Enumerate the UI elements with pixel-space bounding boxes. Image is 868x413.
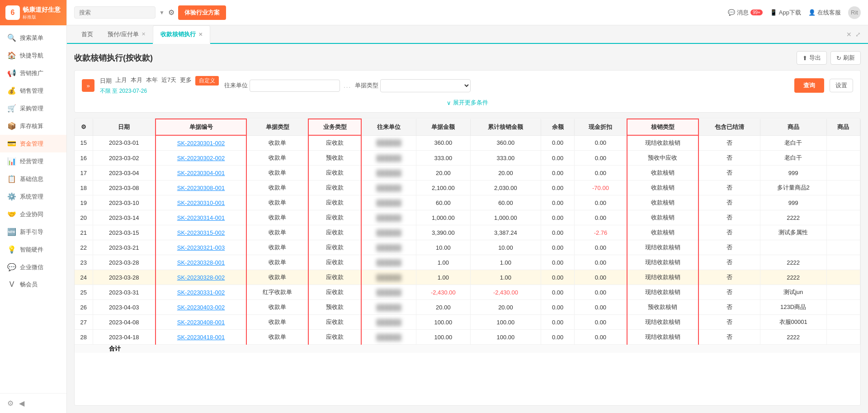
cell-balance: 0.00 (541, 195, 575, 210)
setting-button[interactable]: 设置 (830, 79, 853, 92)
search-input[interactable] (74, 6, 156, 19)
doc-no-link[interactable]: SK-20230408-001 (177, 319, 225, 326)
export-button[interactable]: ⬆ 导出 (797, 51, 827, 65)
app-download-button[interactable]: 📱 App下载 (770, 9, 801, 17)
sidebar-item-purchase[interactable]: 🛒采购管理 (0, 100, 66, 117)
cell-verify-type: 收款核销 (627, 225, 698, 240)
filter-collapse-btn[interactable]: » (82, 79, 94, 92)
party-value: ██████ (376, 304, 401, 311)
cell-verify-type: 收款核销 (627, 166, 698, 180)
sidebar-item-search-menu[interactable]: 🔍搜索菜单 (0, 29, 66, 47)
tab-expand-icon[interactable]: ⤢ (855, 31, 861, 38)
sidebar-item-marketing[interactable]: 📢营销推广 (0, 64, 66, 82)
doc-no-link[interactable]: SK-20230328-001 (177, 259, 225, 266)
doc-no-link[interactable]: SK-20230418-001 (177, 334, 225, 341)
sidebar-item-member[interactable]: V畅会员 (0, 276, 66, 293)
table-row[interactable]: 24 2023-03-28 SK-20230328-002 收款单 应收款 ██… (75, 270, 860, 285)
cell-biz-type: 应收款 (308, 330, 361, 345)
doc-no-link[interactable]: SK-20230315-002 (177, 229, 225, 236)
cell-verify-type: 现结收款核销 (627, 330, 698, 345)
industry-btn[interactable]: 体验行业方案 (178, 5, 226, 20)
sidebar-item-quick-nav[interactable]: 🏠快捷导航 (0, 47, 66, 64)
cell-doc-type: 收款单 (246, 166, 308, 180)
table-row[interactable]: 25 2023-03-31 SK-20230331-002 红字收款单 应收款 … (75, 285, 860, 300)
gear-icon[interactable]: ⚙ (168, 8, 175, 17)
sidebar-item-inventory[interactable]: 📦库存核算 (0, 117, 66, 135)
table-row[interactable]: 16 2023-03-02 SK-20230302-002 收款单 预收款 ██… (75, 151, 860, 166)
totals-product2 (826, 345, 860, 353)
sidebar-item-finance[interactable]: 💳资金管理 (0, 135, 66, 152)
table-row[interactable]: 15 2023-03-01 SK-20230301-002 收款单 应收款 ██… (75, 135, 860, 151)
sidebar-item-guide[interactable]: 🆕新手引导 (0, 223, 66, 241)
sidebar-item-operation[interactable]: 📊经营管理 (0, 152, 66, 170)
date-custom[interactable]: 自定义 (195, 76, 219, 85)
expand-more-btn[interactable]: ∨ 展开更多条件 (82, 99, 853, 107)
cell-amount: -2,430.00 (416, 285, 470, 300)
cell-doc-type: 收款单 (246, 135, 308, 151)
tab-close-all-icon[interactable]: ✕ (846, 31, 852, 38)
table-row[interactable]: 19 2023-03-10 SK-20230310-001 收款单 应收款 ██… (75, 195, 860, 210)
cell-amount: 1.00 (416, 270, 470, 285)
cell-discount: 0.00 (575, 285, 627, 300)
doc-no-link[interactable]: SK-20230302-002 (177, 155, 225, 161)
refresh-button[interactable]: ↻ 刷新 (830, 51, 861, 65)
sidebar-item-wechat[interactable]: 💬企业微信 (0, 258, 66, 276)
doc-no-link[interactable]: SK-20230304-001 (177, 170, 225, 176)
voucher-type-select[interactable] (380, 79, 471, 92)
table-row[interactable]: 27 2023-04-08 SK-20230408-001 收款单 应收款 ██… (75, 315, 860, 330)
doc-no-link[interactable]: SK-20230328-002 (177, 274, 225, 281)
doc-no-link[interactable]: SK-20230310-001 (177, 199, 225, 206)
cell-doc-no: SK-20230418-001 (156, 330, 246, 345)
online-service-button[interactable]: 👤 在线客服 (808, 9, 841, 17)
doc-no-link[interactable]: SK-20230301-002 (177, 140, 225, 147)
message-button[interactable]: 💬 消息 99+ (728, 9, 763, 17)
cell-date: 2023-03-14 (93, 210, 156, 225)
tab-payable[interactable]: 预付/应付单 ✕ (100, 26, 153, 43)
sidebar-item-base-info[interactable]: 📋基础信息 (0, 170, 66, 188)
table-row[interactable]: 17 2023-03-04 SK-20230304-001 收款单 应收款 ██… (75, 166, 860, 180)
cell-balance: 0.00 (541, 135, 575, 151)
settings-icon[interactable]: ⚙ (7, 399, 14, 408)
table-row[interactable]: 20 2023-03-14 SK-20230314-001 收款单 应收款 ██… (75, 210, 860, 225)
table-row[interactable]: 26 2023-04-03 SK-20230403-002 收款单 预收款 ██… (75, 300, 860, 315)
date-7days[interactable]: 近7天 (161, 76, 176, 85)
date-more[interactable]: 更多 (180, 76, 192, 85)
table-row[interactable]: 28 2023-04-18 SK-20230418-001 收款单 应收款 ██… (75, 330, 860, 345)
sidebar-item-sales[interactable]: 💰销售管理 (0, 82, 66, 100)
cell-verify-type: 现结收款核销 (627, 240, 698, 255)
query-button[interactable]: 查询 (794, 78, 824, 93)
date-prev-month[interactable]: 上月 (115, 76, 127, 85)
sidebar-item-enterprise[interactable]: 🤝企业协同 (0, 205, 66, 223)
table-row[interactable]: 21 2023-03-15 SK-20230315-002 收款单 应收款 ██… (75, 225, 860, 240)
table-row[interactable]: 23 2023-03-28 SK-20230328-001 收款单 应收款 ██… (75, 255, 860, 270)
doc-no-link[interactable]: SK-20230403-002 (177, 304, 225, 311)
cell-party: ██████ (361, 315, 416, 330)
cell-date: 2023-04-03 (93, 300, 156, 315)
cell-verified: 3,387.24 (470, 225, 541, 240)
doc-no-link[interactable]: SK-20230321-003 (177, 244, 225, 251)
collapse-icon[interactable]: ◀ (19, 399, 24, 408)
party-input[interactable] (250, 80, 340, 92)
doc-no-link[interactable]: SK-20230331-002 (177, 289, 225, 296)
chevron-down-icon[interactable]: ▼ (159, 9, 165, 16)
doc-no-link[interactable]: SK-20230308-001 (177, 185, 225, 191)
table-row[interactable]: 18 2023-03-08 SK-20230308-001 收款单 应收款 ██… (75, 180, 860, 195)
tab-payable-close[interactable]: ✕ (142, 31, 146, 37)
avatar[interactable]: Rit (848, 6, 861, 19)
date-this-year[interactable]: 本年 (146, 76, 158, 85)
tab-home[interactable]: 首页 (74, 26, 100, 43)
cell-biz-type: 应收款 (308, 225, 361, 240)
doc-no-link[interactable]: SK-20230314-001 (177, 214, 225, 221)
date-this-month[interactable]: 本月 (131, 76, 142, 85)
tab-receipt-verify[interactable]: 收款核销执行 ✕ (153, 25, 210, 44)
cell-include: 否 (698, 210, 760, 225)
totals-biz-type (308, 345, 361, 353)
sidebar-item-hardware[interactable]: 💡智能硬件 (0, 241, 66, 258)
tab-home-label: 首页 (81, 30, 93, 38)
cell-doc-type: 红字收款单 (246, 285, 308, 300)
col-settings[interactable]: ⚙ (75, 119, 93, 135)
refresh-icon: ↻ (836, 55, 841, 62)
tab-receipt-close[interactable]: ✕ (198, 32, 203, 38)
table-row[interactable]: 22 2023-03-21 SK-20230321-003 收款单 应收款 ██… (75, 240, 860, 255)
sidebar-item-system[interactable]: ⚙️系统管理 (0, 188, 66, 205)
